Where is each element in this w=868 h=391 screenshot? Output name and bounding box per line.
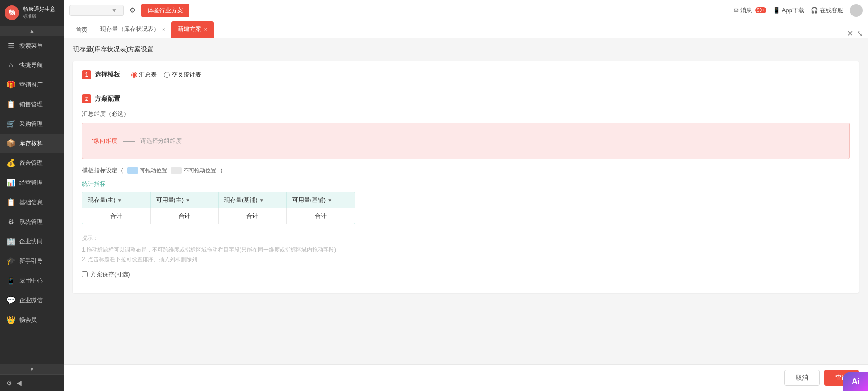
home-tab-label: 首页 [76,26,87,34]
col-label-3: 可用量(基辅) [292,196,326,204]
stats-header-col-2[interactable]: 现存量(基辅) ▼ [219,192,287,208]
sidebar-scroll-down[interactable]: ▼ [0,364,64,374]
step1-label: 选择模板 [95,71,120,79]
message-icon: ✉ [734,7,739,14]
sidebar-item-newbie[interactable]: 🎓 新手引导 [0,251,64,271]
building-icon: 🏢 [6,237,15,246]
dimension-inner: *纵向维度 —— 请选择分组维度 [92,137,182,145]
topbar: ▼ ⚙ 体验行业方案 ✉ 消息 99+ 📱 App下载 🎧 在线客服 [64,0,868,21]
radio-summary-label: 汇总表 [139,71,157,79]
radio-cross[interactable]: 交叉统计表 [164,71,201,79]
online-support-label: 在线客服 [820,6,843,15]
sidebar-scroll-up[interactable]: ▲ [0,26,64,36]
action-bar: 取消 查询 [64,364,868,391]
radio-cross-input[interactable] [164,72,170,78]
cart-icon: 🛒 [6,119,15,128]
stats-header-col-1[interactable]: 可用量(主) ▼ [151,192,219,208]
sidebar-item-finance[interactable]: 💰 资金管理 [0,153,64,173]
sidebar-item-search-menu[interactable]: ☰ 搜索菜单 [0,36,64,56]
money-icon: 💰 [6,159,15,167]
template-settings: 模板指标设定（ 可拖动位置 不可拖动位置 ） 统计指标 [82,166,850,224]
template-label-text: 模板指标设定（ [82,166,123,175]
gift-icon: 🎁 [6,80,15,89]
template-close-text: ） [220,166,226,175]
sidebar-item-label: 畅会员 [19,316,37,324]
step-divider [82,87,850,87]
online-support-group[interactable]: 🎧 在线客服 [811,6,843,15]
settings-button[interactable]: ⚙ [6,379,12,386]
col-label-0: 现存量(主) [88,196,116,204]
sidebar-item-system[interactable]: ⚙ 系统管理 [0,212,64,232]
non-draggable-label: 不可拖动位置 [184,167,216,175]
sidebar-item-member[interactable]: 👑 畅会员 [0,310,64,329]
messages-group[interactable]: ✉ 消息 99+ [734,6,766,15]
chat-icon: 💬 [6,296,15,304]
page-title: 现存量(库存状况表)方案设置 [73,46,859,54]
tab-resize-icon[interactable]: ⤡ [857,29,863,38]
app-download-group[interactable]: 📱 App下载 [773,6,804,15]
col-dropdown-0[interactable]: ▼ [117,198,122,203]
sales-icon: 📋 [6,100,15,108]
col-dropdown-1[interactable]: ▼ [185,198,190,203]
sidebar-item-label: 库存核算 [19,139,43,148]
new-tab-close[interactable]: × [204,26,207,32]
stats-header-col-0[interactable]: 现存量(主) ▼ [82,192,151,208]
sidebar-item-label: 搜索菜单 [19,42,43,50]
tab-inventory[interactable]: 现存量（库存状况表） × [94,21,171,38]
radio-cross-label: 交叉统计表 [172,71,201,79]
radio-summary[interactable]: 汇总表 [131,71,157,79]
sidebar-item-enterprise[interactable]: 🏢 企业协同 [0,232,64,251]
settings-icon[interactable]: ⚙ [129,6,136,15]
inventory-tab-close[interactable]: × [162,26,165,32]
sidebar-item-purchase[interactable]: 🛒 采购管理 [0,114,64,134]
sidebar-item-marketing[interactable]: 🎁 营销推广 [0,75,64,94]
home-icon: ⌂ [6,61,15,69]
sidebar-item-management[interactable]: 📊 经营管理 [0,173,64,192]
sidebar-item-sales[interactable]: 📋 销售管理 [0,94,64,114]
search-input[interactable] [73,7,110,14]
avatar[interactable] [850,4,863,17]
sidebar-item-label: 基础信息 [19,198,43,206]
tab-close-icon[interactable]: ✕ [847,29,853,38]
search-box[interactable]: ▼ [69,5,124,16]
ai-button[interactable]: Ai [843,372,868,391]
dimension-box[interactable]: *纵向维度 —— 请选择分组维度 [82,123,850,159]
messages-label: 消息 [740,6,752,15]
step2-label: 方案配置 [95,95,120,103]
sidebar-item-quick-nav[interactable]: ⌂ 快捷导航 [0,56,64,75]
settings-card: 1 选择模板 汇总表 交叉统计表 2 方案配置 [73,61,859,293]
sidebar-item-app-center[interactable]: 📱 应用中心 [0,271,64,290]
inventory-tab-label: 现存量（库存状况表） [100,25,159,33]
col-dropdown-3[interactable]: ▼ [327,198,332,203]
non-draggable-box [171,167,182,174]
trial-button[interactable]: 体验行业方案 [141,4,189,17]
save-checkbox-input[interactable] [82,271,88,277]
sidebar-item-label: 采购管理 [19,120,43,128]
sidebar-logo: 畅 畅康通好生意 标准版 [0,0,64,26]
crown-icon: 👑 [6,315,15,324]
col-dropdown-2[interactable]: ▼ [260,198,264,203]
tips-title: 提示： [82,233,850,243]
cancel-button[interactable]: 取消 [784,370,820,386]
sidebar-item-label: 应用中心 [19,277,43,285]
stats-table: 现存量(主) ▼ 可用量(主) ▼ 现存量(基辅) ▼ [82,192,355,224]
search-dropdown-icon[interactable]: ▼ [112,7,117,14]
template-settings-label: 模板指标设定（ 可拖动位置 不可拖动位置 ） [82,166,850,175]
tab-home[interactable]: 首页 [69,22,94,38]
sidebar-item-label: 企业协同 [19,237,43,246]
tabs-right-controls: ✕ ⤡ [847,29,863,38]
stats-header-col-3[interactable]: 可用量(基辅) ▼ [287,192,355,208]
collapse-button[interactable]: ◀ [17,379,22,386]
sidebar-item-base-info[interactable]: 📋 基础信息 [0,192,64,212]
tip-item-1: 2. 点击标题栏下拉可设置排序、插入列和删除列 [82,255,850,265]
sidebar-item-wechat[interactable]: 💬 企业微信 [0,290,64,310]
mobile-icon: 📱 [6,276,15,285]
save-checkbox-label[interactable]: 方案保存(可选) [91,270,130,278]
radio-summary-input[interactable] [131,72,137,78]
stats-section: 统计指标 现存量(主) ▼ 可用量(主) ▼ [82,180,850,224]
stats-section-label: 统计指标 [82,180,850,188]
tab-new-plan[interactable]: 新建方案 × [171,21,213,38]
step1-header: 1 选择模板 汇总表 交叉统计表 [82,70,850,79]
sidebar-item-inventory[interactable]: 📦 库存核算 [0,134,64,153]
app-logo-icon: 畅 [5,5,19,20]
